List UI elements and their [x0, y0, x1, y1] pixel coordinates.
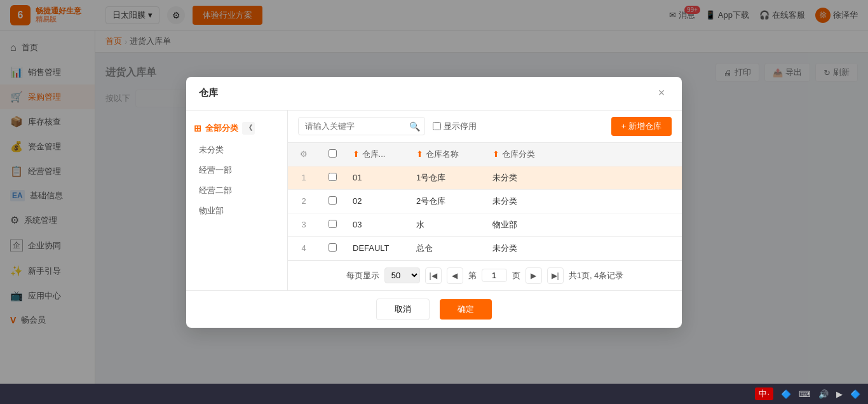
select-all-checkbox[interactable] — [329, 149, 337, 158]
page-label-post: 页 — [512, 270, 520, 281]
row-category-3: 物业部 — [485, 213, 682, 236]
row-category-1: 未分类 — [485, 166, 682, 189]
sort-icon-name: ⬆ — [416, 149, 423, 159]
content-panel: 🔍 显示停用 + 新增仓库 ⚙ — [288, 111, 682, 290]
sort-icon-cat: ⬆ — [492, 149, 499, 159]
modal-header: 仓库 × — [186, 77, 682, 111]
row-index-1: 1 — [288, 166, 320, 189]
show-disabled-checkbox[interactable] — [433, 122, 441, 130]
row-code-3: 03 — [345, 213, 409, 236]
search-input[interactable] — [298, 117, 425, 135]
per-page-select[interactable]: 50 100 — [384, 267, 420, 283]
taskbar-play-icon[interactable]: ▶ — [836, 389, 843, 399]
page-label-pre: 第 — [468, 270, 477, 281]
page-number-input[interactable] — [482, 269, 507, 282]
add-warehouse-button[interactable]: + 新增仓库 — [611, 117, 672, 136]
row-category-2: 未分类 — [485, 189, 682, 213]
category-all-header[interactable]: ⊞ 全部分类 《 — [186, 117, 287, 140]
total-info: 共1页, 4条记录 — [569, 270, 624, 281]
col-header-gear: ⚙ — [288, 143, 320, 166]
sort-icon: ⬆ — [353, 149, 360, 159]
search-icon[interactable]: 🔍 — [409, 121, 420, 131]
table-row[interactable]: 4 DEFAULT 总仓 未分类 — [288, 236, 682, 260]
taskbar-icon-1[interactable]: 🔷 — [781, 389, 791, 399]
col-header-category[interactable]: ⬆ 仓库分类 — [485, 143, 682, 166]
table-header: ⚙ ⬆ 仓库... ⬆ 仓库名称 ⬆ 仓库分类 — [288, 143, 682, 166]
category-panel: ⊞ 全部分类 《 未分类 经营一部 经营二部 物业部 — [186, 111, 288, 290]
table-row[interactable]: 3 03 水 物业部 — [288, 213, 682, 236]
category-item-dept1[interactable]: 经营一部 — [186, 160, 287, 180]
row-check-1[interactable] — [320, 166, 345, 189]
row-check-4[interactable] — [320, 236, 345, 260]
col-header-code[interactable]: ⬆ 仓库... — [345, 143, 409, 166]
modal-footer: 取消 确定 — [186, 290, 682, 328]
grid-icon: ⊞ — [194, 123, 201, 133]
warehouse-table: ⚙ ⬆ 仓库... ⬆ 仓库名称 ⬆ 仓库分类 — [288, 143, 682, 260]
search-input-wrap: 🔍 — [298, 117, 425, 135]
table-row[interactable]: 1 01 1号仓库 未分类 — [288, 166, 682, 189]
row-name-3: 水 — [409, 213, 485, 236]
col-header-check — [320, 143, 345, 166]
next-page-button[interactable]: ▶ — [526, 267, 542, 284]
row-index-3: 3 — [288, 213, 320, 236]
row-code-4: DEFAULT — [345, 236, 409, 260]
prev-page-button[interactable]: ◀ — [447, 267, 463, 284]
taskbar-volume-icon[interactable]: 🔊 — [818, 389, 829, 399]
first-page-button[interactable]: |◀ — [425, 267, 442, 284]
taskbar-keyboard-icon[interactable]: ⌨ — [799, 389, 811, 399]
row-name-4: 总仓 — [409, 236, 485, 260]
row-index-2: 2 — [288, 189, 320, 213]
last-page-button[interactable]: ▶| — [547, 267, 564, 284]
row-index-4: 4 — [288, 236, 320, 260]
warehouse-table-wrap: ⚙ ⬆ 仓库... ⬆ 仓库名称 ⬆ 仓库分类 — [288, 143, 682, 260]
warehouse-modal: 仓库 × ⊞ 全部分类 《 未分类 经营一部 经营二部 物业部 — [186, 77, 682, 328]
per-page-label: 每页显示 — [346, 270, 379, 281]
category-item-uncategorized[interactable]: 未分类 — [186, 140, 287, 160]
modal-close-button[interactable]: × — [654, 86, 669, 101]
show-disabled-text: 显示停用 — [444, 121, 477, 132]
pagination: 每页显示 50 100 |◀ ◀ 第 页 ▶ ▶| 共1页, 4条记录 — [288, 260, 682, 290]
collapse-button[interactable]: 《 — [242, 122, 255, 135]
row-check-2[interactable] — [320, 189, 345, 213]
modal-body: ⊞ 全部分类 《 未分类 经营一部 经营二部 物业部 🔍 — [186, 111, 682, 290]
taskbar: 中· 🔷 ⌨ 🔊 ▶ 🔷 — [0, 384, 868, 404]
row-code-1: 01 — [345, 166, 409, 189]
taskbar-icon-2[interactable]: 🔷 — [850, 389, 860, 399]
modal-title: 仓库 — [199, 87, 218, 99]
category-item-dept2[interactable]: 经营二部 — [186, 180, 287, 201]
modal-overlay: 仓库 × ⊞ 全部分类 《 未分类 经营一部 经营二部 物业部 — [0, 0, 868, 404]
cancel-button[interactable]: 取消 — [376, 299, 430, 320]
row-check-3[interactable] — [320, 213, 345, 236]
category-all-label: 全部分类 — [205, 123, 238, 134]
row-category-4: 未分类 — [485, 236, 682, 260]
search-bar: 🔍 显示停用 + 新增仓库 — [288, 111, 682, 143]
row-name-2: 2号仓库 — [409, 189, 485, 213]
show-disabled-label[interactable]: 显示停用 — [433, 121, 477, 132]
table-body: 1 01 1号仓库 未分类 2 02 2号仓库 — [288, 166, 682, 260]
row-code-2: 02 — [345, 189, 409, 213]
row-name-1: 1号仓库 — [409, 166, 485, 189]
taskbar-input-method[interactable]: 中· — [755, 387, 773, 400]
confirm-button[interactable]: 确定 — [440, 299, 492, 320]
col-header-name[interactable]: ⬆ 仓库名称 — [409, 143, 485, 166]
category-item-property[interactable]: 物业部 — [186, 201, 287, 221]
table-row[interactable]: 2 02 2号仓库 未分类 — [288, 189, 682, 213]
